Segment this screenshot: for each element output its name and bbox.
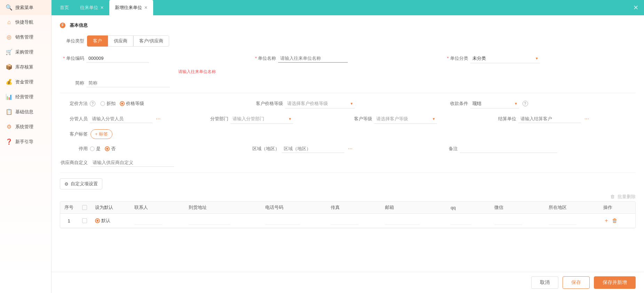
section-header: F 基本信息: [60, 22, 636, 29]
contact-input[interactable]: [134, 217, 162, 225]
contact-table-wrapper: 序号 设为默认 联系人 到货地址 电话号码 传真 邮箱 qq 微信 所在地区 操…: [60, 201, 636, 228]
tab-contacts[interactable]: 往来单位 ✕: [74, 0, 109, 15]
radio-price-level[interactable]: 价格等级: [120, 100, 144, 107]
sidebar-item-inventory[interactable]: 📦 库存核算: [0, 59, 51, 74]
sidebar-item-finance[interactable]: 💰 资金管理: [0, 74, 51, 89]
row-checkbox[interactable]: [82, 218, 87, 223]
department-placeholder: 请输入分管部门: [233, 116, 289, 122]
sidebar-item-label: 库存核算: [15, 64, 33, 70]
col-seq: 序号: [60, 202, 78, 214]
supervisor-label: 分管人员: [60, 116, 88, 122]
supervisor-ellipsis[interactable]: ···: [155, 116, 162, 122]
payment-terms-arrow: ▾: [515, 101, 517, 106]
fax-input[interactable]: [331, 217, 359, 225]
wechat-input[interactable]: [494, 217, 522, 225]
short-name-label: 简称: [60, 80, 84, 86]
qq-input[interactable]: [450, 217, 471, 225]
payment-terms-help-icon[interactable]: ?: [523, 101, 528, 106]
customer-level-select[interactable]: 请选择客户等级 ▾: [374, 114, 437, 124]
unit-type-label: 单位类型: [60, 38, 84, 44]
row-pricing: 定价方法 ? 折扣 价格等级 客户价格等级: [60, 99, 636, 108]
sidebar-item-label: 系统管理: [15, 124, 33, 130]
sidebar-item-label: 新手引导: [15, 139, 33, 145]
footer: 取消 保存 保存并新增: [52, 272, 644, 293]
department-arrow: ▾: [289, 116, 291, 121]
radio-no[interactable]: 否: [105, 146, 116, 152]
gear-icon: ⚙: [64, 181, 69, 187]
close-new-contact-tab[interactable]: ✕: [144, 6, 148, 10]
department-select[interactable]: 请输入分管部门 ▾: [230, 114, 293, 124]
settlement-unit-ellipsis[interactable]: ···: [583, 116, 590, 122]
email-input[interactable]: [385, 217, 420, 225]
save-button[interactable]: 保存: [563, 276, 590, 289]
settlement-unit-input[interactable]: [518, 115, 581, 123]
field-customer-price-level: 客户价格等级 请选择客户价格等级 ▾: [252, 99, 443, 108]
unit-name-input[interactable]: [278, 54, 348, 63]
unit-btn-supplier[interactable]: 供应商: [108, 35, 133, 47]
row-region-input[interactable]: [549, 217, 576, 225]
cancel-button[interactable]: 取消: [531, 276, 558, 289]
sidebar-item-guide[interactable]: ❓ 新手引导: [0, 134, 51, 149]
radio-yes-circle: [90, 146, 95, 151]
system-icon: ⚙: [6, 123, 13, 130]
sidebar-item-label: 采购管理: [15, 49, 33, 55]
phone-input[interactable]: [265, 217, 300, 225]
tab-new-contact[interactable]: 新增往来单位 ✕: [109, 0, 153, 15]
region-ellipsis[interactable]: ···: [346, 146, 354, 152]
radio-discount-circle: [100, 101, 105, 106]
sidebar-item-label: 基础信息: [15, 109, 33, 115]
basic-icon: 📋: [6, 108, 13, 115]
sidebar: 🔍 搜索菜单 ⌂ 快捷导航 ◎ 销售管理 🛒 采购管理 📦 库存核算 💰 资金管…: [0, 0, 52, 293]
close-contacts-tab[interactable]: ✕: [100, 6, 104, 10]
short-name-input[interactable]: [86, 79, 170, 87]
row-supervisor: 分管人员 ··· 分管部门 请输入分管部门 ▾ 客户等级 请选择客户等级 ▾ 结…: [60, 114, 636, 124]
customer-price-level-select[interactable]: 请选择客户价格等级 ▾: [285, 99, 355, 108]
add-tag-button[interactable]: + 标签: [91, 129, 112, 139]
customer-tags-label: 客户标签: [60, 131, 88, 137]
region-label: 区域（地区）: [252, 146, 280, 152]
col-wechat: 微信: [491, 202, 545, 214]
cell-email: [382, 214, 447, 228]
sidebar-item-sales[interactable]: ◎ 销售管理: [0, 30, 51, 44]
radio-yes[interactable]: 是: [90, 146, 101, 152]
field-supervisor: 分管人员 ···: [60, 115, 204, 123]
unit-type-row: 单位类型 客户 供应商 客户/供应商: [60, 35, 636, 47]
cell-region: [545, 214, 600, 228]
sidebar-item-operations[interactable]: 📊 经营管理: [0, 89, 51, 104]
pricing-help-icon[interactable]: ?: [90, 101, 95, 106]
unit-btn-customer[interactable]: 客户: [87, 35, 108, 47]
payment-terms-select[interactable]: 现结 ▾: [470, 99, 519, 108]
customer-price-level-label: 客户价格等级: [252, 100, 283, 107]
disabled-label: 停用: [60, 146, 88, 152]
batch-delete-label[interactable]: 批量删除: [618, 194, 636, 199]
tab-home[interactable]: 首页: [54, 0, 74, 15]
delete-row-button[interactable]: 🗑: [611, 218, 619, 223]
settlement-unit-label: 结算单位: [492, 116, 516, 122]
remarks-input[interactable]: [460, 145, 557, 153]
batch-delete-area: 🗑 批量删除: [60, 194, 636, 200]
supervisor-input[interactable]: [90, 115, 152, 123]
unit-btn-both[interactable]: 客户/供应商: [133, 35, 169, 47]
sidebar-item-basic[interactable]: 📋 基础信息: [0, 104, 51, 119]
sidebar-item-quick-nav[interactable]: ⌂ 快捷导航: [0, 15, 51, 30]
custom-settings-button[interactable]: ⚙ 自定义项设置: [60, 178, 102, 189]
field-settlement-unit: 结算单位 ···: [492, 115, 636, 123]
add-row-button[interactable]: +: [603, 218, 609, 223]
default-radio-circle: [95, 218, 100, 223]
close-all-tabs[interactable]: ✕: [630, 4, 641, 11]
sidebar-search[interactable]: 🔍 搜索菜单: [0, 0, 51, 15]
unit-code-input[interactable]: [86, 54, 149, 63]
save-new-button[interactable]: 保存并新增: [594, 276, 636, 289]
col-address: 到货地址: [185, 202, 261, 214]
col-email: 邮箱: [382, 202, 447, 214]
sidebar-item-system[interactable]: ⚙ 系统管理: [0, 119, 51, 134]
supplier-custom-input[interactable]: [91, 158, 174, 167]
search-icon: 🔍: [6, 4, 13, 11]
unit-category-select[interactable]: 未分类 ▾: [470, 54, 540, 63]
radio-discount[interactable]: 折扣: [100, 100, 116, 107]
sidebar-item-purchase[interactable]: 🛒 采购管理: [0, 44, 51, 59]
address-input[interactable]: [189, 217, 230, 225]
region-input[interactable]: [282, 145, 344, 153]
row-default-radio[interactable]: 默认: [95, 218, 127, 224]
select-all-checkbox[interactable]: [82, 205, 87, 210]
